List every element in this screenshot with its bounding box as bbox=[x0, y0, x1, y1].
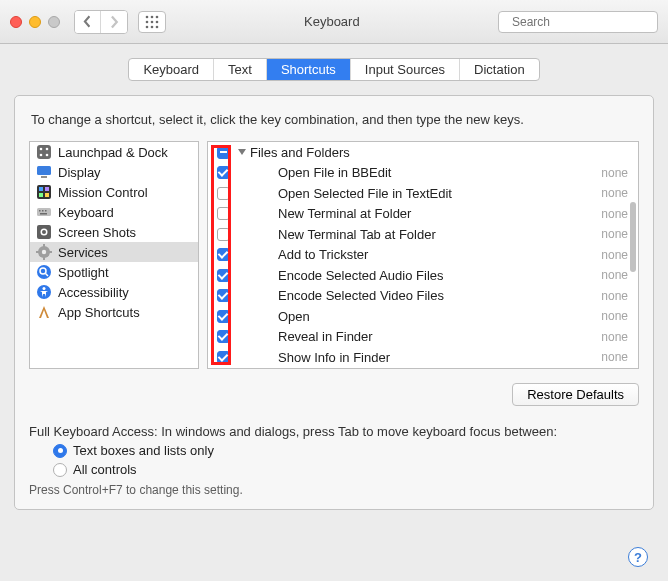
radio-label: Text boxes and lists only bbox=[73, 443, 214, 458]
tab-input-sources[interactable]: Input Sources bbox=[351, 59, 460, 80]
service-row[interactable]: Add to Tricksternone bbox=[208, 245, 638, 266]
service-label: Open Selected File in TextEdit bbox=[278, 186, 452, 201]
service-row[interactable]: New Terminal Tab at Foldernone bbox=[208, 224, 638, 245]
category-services[interactable]: Services bbox=[30, 242, 198, 262]
service-checkbox[interactable] bbox=[217, 330, 230, 343]
svg-point-0 bbox=[146, 15, 149, 18]
help-button[interactable]: ? bbox=[628, 547, 648, 567]
launchpad-icon bbox=[36, 144, 52, 160]
service-checkbox[interactable] bbox=[217, 351, 230, 364]
tab-bar: Keyboard Text Shortcuts Input Sources Di… bbox=[14, 58, 654, 81]
nav-forward-button[interactable] bbox=[101, 11, 127, 33]
service-row[interactable]: Encode Selected Video Filesnone bbox=[208, 286, 638, 307]
service-row[interactable]: Reveal in Findernone bbox=[208, 327, 638, 348]
svg-rect-16 bbox=[37, 166, 51, 175]
service-shortcut: none bbox=[601, 207, 628, 221]
show-all-button[interactable] bbox=[138, 11, 166, 33]
services-list[interactable]: Files and Folders Open File in BBEditnon… bbox=[207, 141, 639, 369]
close-window-button[interactable] bbox=[10, 16, 22, 28]
title-bar: Keyboard bbox=[0, 0, 668, 44]
svg-rect-23 bbox=[37, 208, 51, 216]
service-shortcut: none bbox=[601, 330, 628, 344]
zoom-window-button[interactable] bbox=[48, 16, 60, 28]
service-row[interactable]: Show Info in Findernone bbox=[208, 347, 638, 368]
service-label: Encode Selected Video Files bbox=[278, 288, 444, 303]
tab-dictation[interactable]: Dictation bbox=[460, 59, 539, 80]
radio-button[interactable] bbox=[53, 463, 67, 477]
group-checkbox[interactable] bbox=[217, 146, 230, 159]
category-list[interactable]: Launchpad & Dock Display Mission Control… bbox=[29, 141, 199, 369]
fka-option-textboxes[interactable]: Text boxes and lists only bbox=[53, 443, 639, 458]
fka-note: Press Control+F7 to change this setting. bbox=[29, 483, 639, 497]
svg-point-15 bbox=[46, 154, 49, 157]
fka-option-allcontrols[interactable]: All controls bbox=[53, 462, 639, 477]
nav-back-button[interactable] bbox=[75, 11, 101, 33]
radio-button[interactable] bbox=[53, 444, 67, 458]
service-label: Reveal in Finder bbox=[278, 329, 373, 344]
svg-point-41 bbox=[43, 287, 46, 290]
tab-keyboard[interactable]: Keyboard bbox=[129, 59, 214, 80]
service-shortcut: none bbox=[601, 350, 628, 364]
category-accessibility[interactable]: Accessibility bbox=[30, 282, 198, 302]
service-shortcut: none bbox=[601, 186, 628, 200]
tab-shortcuts[interactable]: Shortcuts bbox=[267, 59, 351, 80]
category-screen-shots[interactable]: Screen Shots bbox=[30, 222, 198, 242]
service-checkbox[interactable] bbox=[217, 187, 230, 200]
category-label: Mission Control bbox=[58, 185, 148, 200]
svg-point-3 bbox=[146, 20, 149, 23]
category-spotlight[interactable]: Spotlight bbox=[30, 262, 198, 282]
svg-rect-11 bbox=[37, 145, 51, 159]
service-row[interactable]: Encode Selected Audio Filesnone bbox=[208, 265, 638, 286]
svg-point-8 bbox=[156, 25, 159, 28]
service-shortcut: none bbox=[601, 309, 628, 323]
service-checkbox[interactable] bbox=[217, 269, 230, 282]
svg-rect-26 bbox=[45, 210, 47, 212]
chevron-right-icon bbox=[107, 15, 121, 29]
grid-icon bbox=[145, 15, 159, 29]
service-checkbox[interactable] bbox=[217, 166, 230, 179]
service-checkbox[interactable] bbox=[217, 228, 230, 241]
category-label: Services bbox=[58, 245, 108, 260]
app-shortcuts-icon bbox=[36, 304, 52, 320]
svg-point-14 bbox=[40, 154, 43, 157]
service-row[interactable]: Opennone bbox=[208, 306, 638, 327]
service-group-row[interactable]: Files and Folders bbox=[208, 142, 638, 163]
category-label: Keyboard bbox=[58, 205, 114, 220]
full-keyboard-access-prompt: Full Keyboard Access: In windows and dia… bbox=[29, 424, 639, 439]
navigation-buttons bbox=[74, 10, 128, 34]
tab-group: Keyboard Text Shortcuts Input Sources Di… bbox=[128, 58, 539, 81]
category-keyboard[interactable]: Keyboard bbox=[30, 202, 198, 222]
service-checkbox[interactable] bbox=[217, 310, 230, 323]
service-row[interactable]: Open Selected File in TextEditnone bbox=[208, 183, 638, 204]
service-checkbox[interactable] bbox=[217, 289, 230, 302]
category-launchpad[interactable]: Launchpad & Dock bbox=[30, 142, 198, 162]
keyboard-icon bbox=[36, 204, 52, 220]
service-checkbox[interactable] bbox=[217, 248, 230, 261]
category-label: Spotlight bbox=[58, 265, 109, 280]
chevron-left-icon bbox=[81, 15, 94, 28]
restore-defaults-button[interactable]: Restore Defaults bbox=[512, 383, 639, 406]
search-field[interactable] bbox=[498, 11, 658, 33]
tab-text[interactable]: Text bbox=[214, 59, 267, 80]
svg-rect-17 bbox=[41, 176, 47, 178]
service-row[interactable]: Open File in BBEditnone bbox=[208, 163, 638, 184]
category-mission-control[interactable]: Mission Control bbox=[30, 182, 198, 202]
accessibility-icon bbox=[36, 284, 52, 300]
svg-point-4 bbox=[151, 20, 154, 23]
category-app-shortcuts[interactable]: App Shortcuts bbox=[30, 302, 198, 322]
window-title: Keyboard bbox=[304, 14, 360, 29]
minimize-window-button[interactable] bbox=[29, 16, 41, 28]
camera-icon bbox=[36, 224, 52, 240]
service-checkbox[interactable] bbox=[217, 207, 230, 220]
svg-point-2 bbox=[156, 15, 159, 18]
category-label: Accessibility bbox=[58, 285, 129, 300]
svg-point-32 bbox=[42, 250, 46, 254]
category-display[interactable]: Display bbox=[30, 162, 198, 182]
svg-rect-21 bbox=[39, 193, 43, 197]
service-label: New Terminal at Folder bbox=[278, 206, 411, 221]
search-input[interactable] bbox=[510, 14, 664, 30]
service-row[interactable]: New Terminal at Foldernone bbox=[208, 204, 638, 225]
disclosure-triangle-icon[interactable] bbox=[238, 149, 246, 155]
scrollbar[interactable] bbox=[630, 202, 636, 272]
shortcuts-panel: To change a shortcut, select it, click t… bbox=[14, 95, 654, 510]
